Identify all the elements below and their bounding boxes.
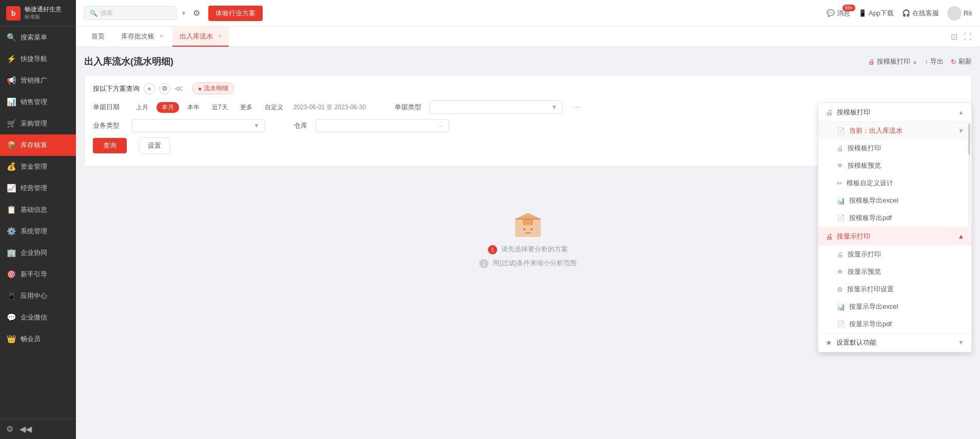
sidebar-item-label: 基础信息 [21, 205, 47, 214]
app-download-label: App下载 [869, 9, 894, 18]
message-btn[interactable]: 💬 消息 99+ [827, 9, 850, 18]
step-num-2: 2 [479, 259, 488, 268]
search-dropdown-icon[interactable]: ▼ [181, 10, 187, 17]
doc-type-select[interactable]: ▼ [429, 101, 563, 114]
print-label: 按模板打印 [877, 57, 910, 66]
sidebar-item-basic[interactable]: 📋 基础信息 [0, 199, 76, 221]
enterprise-icon: 🏢 [6, 248, 16, 258]
template-print-collapse-icon[interactable]: ▲ [958, 109, 964, 116]
finance-icon: 💰 [6, 162, 16, 172]
filter-add-btn[interactable]: + [144, 83, 155, 94]
set-default-label: 设置默认功能 [836, 338, 954, 347]
tab-close-icon[interactable]: × [160, 33, 163, 40]
sidebar-item-quick-nav[interactable]: ⚡ 快捷导航 [0, 48, 76, 70]
business-type-select[interactable]: ▼ [132, 119, 265, 132]
dropdown-display-print-action[interactable]: 🖨 按显示打印 [818, 246, 971, 263]
display-print-header-icon: 🖨 [826, 232, 833, 241]
sidebar-item-app-center[interactable]: 📱 应用中心 [0, 285, 76, 307]
dropdown-display-print-settings[interactable]: ⚙ 按显示打印设置 [818, 281, 971, 298]
date-btn-last-month[interactable]: 上月 [132, 102, 152, 113]
main-content: 🔍 搜索 ▼ ⚙ 体验行业方案 💬 消息 99+ 📱 App下载 🎧 在线客服 [76, 0, 980, 439]
warehouse-select[interactable]: ··· [316, 119, 449, 132]
date-btn-this-year[interactable]: 本年 [183, 102, 204, 113]
page-title: 出入库流水(流水明细) [84, 55, 173, 68]
dropdown-template-preview[interactable]: 👁 按模板预览 [818, 157, 971, 174]
system-icon: ⚙️ [6, 226, 16, 236]
dropdown-scrollbar-thumb [968, 124, 970, 154]
doc-type-arrow-icon: ▼ [551, 104, 557, 111]
dropdown-template-custom[interactable]: ✏ 模板自定义设计 [818, 174, 971, 192]
dropdown-set-default[interactable]: ★ 设置默认功能 ▼ [818, 333, 971, 352]
dropdown-current-template[interactable]: 📄 当前：出入库流水 ▼ [818, 122, 971, 139]
refresh-btn[interactable]: ↻ 刷新 [951, 57, 972, 66]
dropdown-template-print-action[interactable]: 🖨 按模板打印 [818, 139, 971, 157]
query-btn[interactable]: 查询 [93, 138, 127, 153]
sidebar-item-operations[interactable]: 📈 经营管理 [0, 177, 76, 199]
tab-in-out-flow[interactable]: 出入库流水 × [172, 27, 229, 47]
sidebar-item-inventory[interactable]: 📦 库存核算 [0, 134, 76, 156]
sidebar-item-marketing[interactable]: 📢 营销推广 [0, 70, 76, 91]
dropdown-display-export-excel[interactable]: 📊 按显示导出excel [818, 298, 971, 315]
dropdown-display-print-header[interactable]: 🖨 按显示打印 ▲ [818, 227, 971, 246]
date-btn-custom[interactable]: 自定义 [261, 102, 287, 113]
doc-type-label: 单据类型 [395, 103, 421, 112]
sidebar-item-finance[interactable]: 💰 资金管理 [0, 156, 76, 177]
date-btn-more[interactable]: 更多 [236, 102, 257, 113]
template-print-action-icon: 🖨 [837, 145, 844, 152]
app-edition: 标准版 [25, 13, 62, 21]
sidebar-logo: b 畅捷通好生意 标准版 [0, 0, 76, 27]
sidebar-item-label: 系统管理 [21, 227, 47, 236]
sidebar-item-purchase[interactable]: 🛒 采购管理 [0, 113, 76, 134]
header-left: 🔍 搜索 ▼ ⚙ 体验行业方案 [84, 6, 827, 21]
settings-btn[interactable]: 设置 [139, 137, 170, 154]
tab-active-close-icon[interactable]: × [218, 33, 222, 40]
dropdown-display-preview[interactable]: 👁 按显示预览 [818, 263, 971, 281]
print-dropdown-icon: ▲ [912, 58, 918, 65]
filter-settings-btn[interactable]: ⚙ [159, 83, 170, 94]
display-print-collapse-icon[interactable]: ▲ [958, 233, 964, 240]
template-custom-icon: ✏ [837, 179, 842, 187]
user-name: Rit [964, 9, 972, 17]
sidebar-item-membership[interactable]: 👑 畅会员 [0, 328, 76, 350]
app-download-btn[interactable]: 📱 App下载 [858, 9, 894, 18]
sidebar-item-enterprise[interactable]: 🏢 企业协同 [0, 242, 76, 264]
date-btn-7days[interactable]: 近7天 [208, 102, 232, 113]
sidebar-item-sales[interactable]: 📊 销售管理 [0, 91, 76, 113]
set-default-arrow: ▼ [958, 339, 964, 346]
purchase-icon: 🛒 [6, 118, 16, 129]
template-export-excel-label: 按模板导出excel [849, 196, 898, 205]
sidebar-item-label: 企业微信 [21, 313, 47, 322]
dropdown-template-export-excel[interactable]: 📊 按模板导出excel [818, 192, 971, 209]
user-avatar-area[interactable]: Rit [947, 6, 972, 21]
tab-label: 首页 [91, 32, 105, 41]
search-icon: 🔍 [6, 32, 16, 43]
dropdown-template-export-pdf[interactable]: 📄 按模板导出pdf [818, 209, 971, 227]
sidebar-settings-icon[interactable]: ⚙ [6, 424, 13, 434]
date-btn-this-month[interactable]: 本月 [156, 102, 179, 113]
tab-home[interactable]: 首页 [84, 28, 112, 46]
sidebar-item-search[interactable]: 🔍 搜索菜单 [0, 27, 76, 48]
display-export-excel-label: 按显示导出excel [849, 302, 898, 311]
doc-type-more-icon[interactable]: ··· [573, 103, 580, 112]
svg-point-4 [523, 228, 525, 230]
tab-batch-account[interactable]: 库存批次账 × [114, 28, 170, 46]
header-search[interactable]: 🔍 搜索 [84, 6, 177, 20]
app-download-icon: 📱 [858, 9, 867, 17]
print-btn[interactable]: 🖨 按模板打印 ▲ [868, 57, 918, 66]
sidebar-collapse-icon[interactable]: ◀◀ [19, 424, 32, 434]
sidebar-item-wechat[interactable]: 💬 企业微信 [0, 307, 76, 328]
filter-collapse-icon[interactable]: ≪ [174, 84, 183, 93]
marketing-icon: 📢 [6, 75, 16, 86]
tab-maximize-btn[interactable]: ⛶ [964, 32, 972, 42]
tab-restore-btn[interactable]: ⊡ [951, 32, 957, 42]
trial-btn[interactable]: 体验行业方案 [208, 6, 263, 21]
export-btn[interactable]: ↑ 导出 [925, 57, 944, 66]
sidebar-item-guide[interactable]: 🎯 新手引导 [0, 264, 76, 285]
dropdown-display-export-pdf[interactable]: 📄 按显示导出pdf [818, 315, 971, 333]
dropdown-template-print-header[interactable]: 🖨 按模板打印 ▲ [818, 103, 971, 122]
app-name: 畅捷通好生意 [25, 6, 62, 14]
sidebar-item-system[interactable]: ⚙️ 系统管理 [0, 221, 76, 242]
online-service-btn[interactable]: 🎧 在线客服 [902, 9, 939, 18]
refresh-icon: ↻ [951, 58, 956, 66]
header-gear-icon[interactable]: ⚙ [193, 8, 200, 18]
